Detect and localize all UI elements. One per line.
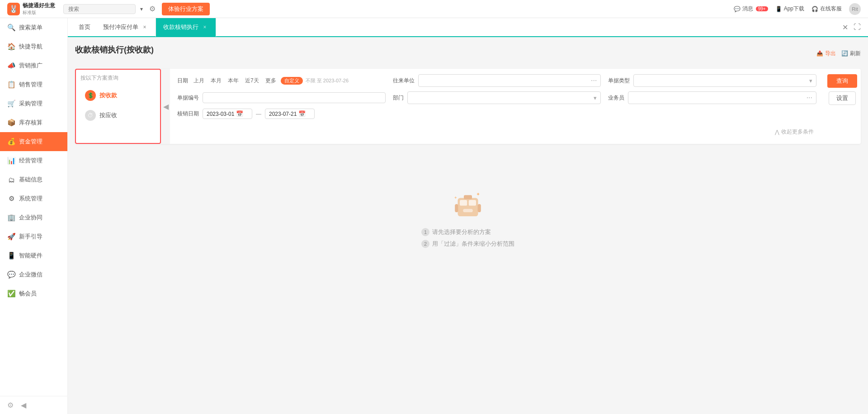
page-area: 收款核销执行(按收款) 📤 导出 🔄 刷新 (75, 44, 861, 284)
enterprise-icon: 🏢 (7, 214, 15, 222)
svg-text:✦: ✦ (476, 191, 480, 197)
tab-receive[interactable]: 收款核销执行 × (156, 18, 216, 37)
date-tab-7days[interactable]: 近7天 (243, 76, 261, 86)
date-custom-tag[interactable]: 自定义 (281, 77, 303, 85)
date-tab-this-year[interactable]: 本年 (226, 76, 241, 86)
sidebar-label-sales: 销售管理 (19, 81, 42, 89)
setting-button[interactable]: 设置 (829, 91, 856, 105)
service-item[interactable]: 🎧 在线客服 (811, 5, 842, 13)
solution-button[interactable]: 体验行业方案 (162, 3, 210, 15)
sidebar-item-hardware[interactable]: 📱 智能硬件 (0, 246, 67, 265)
sidebar-item-marketing[interactable]: 📣 营销推广 (0, 56, 67, 75)
search-menu-icon: 🔍 (7, 24, 15, 32)
calendar-end-icon[interactable]: 📅 (298, 110, 306, 117)
messages-item[interactable]: 💬 消息 99+ (734, 5, 768, 13)
staff-label: 业务员 (608, 94, 624, 102)
collapse-more-button[interactable]: ⋀ 收起更多条件 (772, 125, 816, 138)
tabbar-actions: ✕ ⛶ (840, 21, 863, 33)
sidebar-item-enterprise[interactable]: 🏢 企业协同 (0, 208, 67, 227)
sidebar-label-search-menu: 搜索菜单 (19, 24, 42, 32)
date-tab-last-month[interactable]: 上月 (192, 76, 206, 86)
system-icon: ⚙ (7, 195, 15, 203)
empty-hints: 1 请先选择要分析的方案 2 用「过滤」条件来缩小分析范围 (421, 228, 514, 248)
filter-form: 日期 上月 本月 本年 近7天 更多 自定义 不限 至 2023-07-26 (170, 69, 824, 144)
sidebar-item-quick-nav[interactable]: 🏠 快捷导航 (0, 37, 67, 56)
date-tab-this-month[interactable]: 本月 (209, 76, 223, 86)
search-input[interactable] (63, 4, 136, 14)
export-button[interactable]: 📤 导出 (816, 50, 836, 57)
sidebar-item-wechat[interactable]: 💬 企业微信 (0, 265, 67, 284)
tab-prepay[interactable]: 预付冲应付单 × (96, 18, 156, 37)
dept-label: 部门 (393, 94, 404, 102)
marketing-icon: 📣 (7, 62, 15, 70)
sidebar-label-system: 系统管理 (19, 195, 42, 203)
sidebar-label-basic: 基础信息 (19, 176, 42, 184)
sidebar-item-system[interactable]: ⚙ 系统管理 (0, 189, 67, 208)
date-hint: 不限 至 2023-07-26 (306, 77, 349, 84)
staff-input[interactable]: ··· (628, 91, 816, 104)
user-avatar[interactable]: Rit (849, 3, 861, 15)
sidebar-item-guide[interactable]: 🚀 新手引导 (0, 227, 67, 246)
purchase-icon: 🛒 (7, 100, 15, 108)
sidebar-item-purchase[interactable]: 🛒 采购管理 (0, 94, 67, 113)
counterpart-label: 往来单位 (393, 77, 415, 85)
expand-icon[interactable]: ⛶ (852, 21, 863, 33)
sidebar-item-inventory[interactable]: 📦 库存核算 (0, 113, 67, 132)
layout: 🔍 搜索菜单 🏠 快捷导航 📣 营销推广 📋 销售管理 🛒 采购管理 📦 库存核… (0, 18, 868, 414)
tab-home[interactable]: 首页 (73, 18, 96, 37)
service-icon: 🎧 (811, 6, 818, 12)
sidebar-item-member[interactable]: ✅ 畅会员 (0, 284, 67, 303)
doc-type-label: 单据类型 (608, 77, 630, 85)
doc-type-chevron-icon: ▾ (809, 77, 812, 84)
sidebar-item-operations[interactable]: 📊 经营管理 (0, 151, 67, 170)
sidebar-item-sales[interactable]: 📋 销售管理 (0, 75, 67, 94)
hardware-icon: 📱 (7, 252, 15, 260)
gear-icon[interactable]: ⚙ (149, 5, 156, 13)
counterpart-dots-icon: ··· (591, 76, 597, 85)
tab-prepay-close[interactable]: × (141, 24, 148, 31)
close-tab-icon[interactable]: ✕ (840, 21, 850, 33)
verif-date-start-input[interactable]: 2023-03-01 📅 (203, 109, 252, 119)
topbar: 🐰 畅捷通好生意 标准版 ▾ ⚙ 体验行业方案 💬 消息 99+ 📱 App下载… (0, 0, 868, 18)
verif-date-start-value: 2023-03-01 (207, 111, 234, 117)
verif-date-field: 核销日期 2023-03-01 📅 — 2023-07-21 (177, 109, 816, 119)
settings-icon[interactable]: ⚙ (7, 401, 14, 409)
date-tab-more[interactable]: 更多 (264, 76, 278, 86)
messages-badge: 99+ (756, 6, 768, 11)
empty-hint-2: 2 用「过滤」条件来缩小分析范围 (421, 240, 514, 248)
dropdown-btn[interactable]: ▾ (140, 6, 143, 12)
staff-field: 业务员 ··· (608, 91, 816, 104)
doc-type-select[interactable]: ▾ (633, 74, 816, 87)
collapse-sidebar-icon[interactable]: ◀ (21, 401, 26, 409)
verif-date-end-input[interactable]: 2023-07-21 📅 (265, 109, 315, 119)
filter-side-title: 按以下方案查询 (80, 74, 156, 82)
filter-by-receipt[interactable]: 💲 按收款 (80, 86, 156, 105)
sidebar-label-quick-nav: 快捷导航 (19, 43, 42, 51)
export-icon: 📤 (816, 50, 823, 57)
robot-illustration: ✦ ✦ (448, 184, 488, 224)
calendar-start-icon[interactable]: 📅 (236, 110, 243, 117)
doc-no-input[interactable] (203, 92, 386, 103)
sidebar-item-search-menu[interactable]: 🔍 搜索菜单 (0, 18, 67, 37)
verif-date-label: 核销日期 (177, 110, 199, 118)
counterpart-input[interactable]: ··· (418, 74, 601, 87)
empty-hint-1: 1 请先选择要分析的方案 (421, 228, 491, 236)
sidebar: 🔍 搜索菜单 🏠 快捷导航 📣 营销推广 📋 销售管理 🛒 采购管理 📦 库存核… (0, 18, 68, 414)
sidebar-label-inventory: 库存核算 (19, 119, 42, 127)
basic-icon: 🗂 (7, 176, 15, 184)
dept-select[interactable]: ▾ (407, 91, 601, 104)
refresh-button[interactable]: 🔄 刷新 (841, 50, 861, 57)
robot-svg: ✦ ✦ (448, 181, 488, 227)
tabbar: 首页 预付冲应付单 × 收款核销执行 × ✕ ⛶ (68, 18, 868, 37)
filter-by-receivable[interactable]: ⏱ 按应收 (80, 106, 156, 124)
tab-receive-close[interactable]: × (201, 24, 208, 31)
query-button[interactable]: 查询 (827, 74, 857, 88)
filter-grid: 日期 上月 本月 本年 近7天 更多 自定义 不限 至 2023-07-26 (177, 74, 816, 119)
filter-collapse-btn[interactable]: ◀ (161, 69, 170, 144)
sidebar-item-basic[interactable]: 🗂 基础信息 (0, 170, 67, 189)
filter-main-row: 按以下方案查询 💲 按收款 ⏱ 按应收 ◀ (75, 69, 861, 144)
sidebar-item-finance[interactable]: 💰 资金管理 (0, 132, 67, 151)
refresh-icon: 🔄 (841, 50, 848, 57)
sidebar-label-hardware: 智能硬件 (19, 252, 42, 260)
app-download-item[interactable]: 📱 App下载 (775, 5, 804, 13)
